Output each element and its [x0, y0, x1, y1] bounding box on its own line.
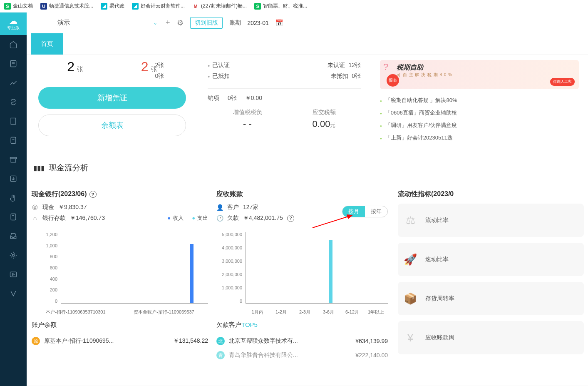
svg-point-14 [12, 254, 15, 257]
bookmark-icon: ◢ [101, 3, 107, 10]
cash-chart: 1,2001,0008006004002000 本户-招行-1109069537… [32, 232, 208, 315]
news-list: 「税期自助化答疑 」解决80% 「0606直播」商贸企业辅助核 「调研」用友客户… [380, 94, 579, 144]
receivables-card: 应收账款 👤 客户 127家 🕐 欠款 ￥4,482,001.75 ? 按月 [215, 184, 390, 368]
balance-sheet-button[interactable]: 余额表 [38, 115, 186, 136]
nav-video[interactable] [0, 265, 27, 284]
svg-rect-12 [11, 214, 16, 220]
help-icon[interactable]: ? [287, 215, 294, 222]
rocket-icon: 🚀 [403, 252, 418, 267]
old-version-button[interactable]: 切到旧版 [190, 17, 223, 29]
scale-icon: ⚖ [403, 213, 418, 228]
yen-icon: ㊎ [32, 204, 38, 211]
arrow-annotation [310, 213, 356, 230]
promo-badge: 报表 [387, 74, 399, 87]
news-item[interactable]: 「0606直播」商贸企业辅助核 [380, 107, 579, 119]
account-row[interactable]: 原 原基本户-招行-11090695... ￥131,548.22 [32, 334, 208, 348]
svg-rect-6 [11, 137, 16, 144]
calendar-icon[interactable]: 📅 [275, 19, 283, 27]
svg-rect-15 [10, 272, 17, 277]
svg-marker-16 [12, 274, 14, 276]
app-header: 演示 ⌄ + ⚙ 切到旧版 账期 2023-01 📅 [27, 12, 588, 33]
bank-row: ⌂ 银行存款 ￥146,760.73 收入 支出 [32, 214, 208, 222]
svg-line-18 [313, 215, 352, 228]
account-balance-header: 账户余额 [32, 321, 208, 329]
metric-inventory-turnover[interactable]: 📦 存货周转率 [398, 282, 584, 315]
yen-box-icon: ¥ [403, 330, 418, 345]
chevron-down-icon: ⌄ [153, 20, 157, 26]
news-item[interactable]: 「调研」用友客户/伙伴满意度 [380, 119, 579, 132]
tab-home[interactable]: 首页 [31, 33, 63, 55]
rank-badge: 北 [216, 337, 225, 345]
sidebar-nav: ☁ 专业版 [0, 12, 27, 386]
receivables-chart: 5,000,0004,000,0003,000,0002,000,0001,00… [216, 232, 388, 315]
logo-label: 专业版 [7, 25, 20, 31]
period-label: 账期 [229, 19, 241, 27]
nav-voucher[interactable] [0, 54, 27, 73]
help-icon[interactable]: ? [89, 191, 97, 198]
nav-calc[interactable] [0, 131, 27, 150]
nav-settings[interactable] [0, 246, 27, 265]
add-icon[interactable]: + [166, 18, 170, 27]
nav-download[interactable] [0, 169, 27, 188]
metric-current-ratio[interactable]: ⚖ 流动比率 [398, 204, 584, 237]
svg-rect-9 [11, 159, 16, 162]
news-item[interactable]: 「税期自助化答疑 」解决80% [380, 94, 579, 107]
voucher-count-1: 2 张 [67, 59, 83, 75]
nav-v[interactable] [0, 284, 27, 303]
promo-card: ? 税期自助 可 自 主 解 决 税 期 8 0 % 报表 咨询人工客 「税期自… [374, 55, 585, 149]
bookmark-icon: S [254, 3, 261, 10]
bookmark-item[interactable]: M(227封未读邮件)畅... [192, 2, 247, 10]
top5-row[interactable]: 青 青岛华胜普合科技有限公... ¥222,140.00 [216, 348, 388, 362]
bookmark-icon: M [192, 3, 199, 10]
bookmark-item[interactable]: U畅捷通信息技术股... [40, 2, 93, 10]
news-item[interactable]: 「上新」好会计20230511迭 [380, 132, 579, 144]
voucher-card: 2 张 2 张 新增凭证 余额表 [30, 55, 194, 149]
company-selector[interactable]: 演示 ⌄ [56, 16, 159, 29]
toggle-year[interactable]: 按年 [365, 206, 387, 217]
liquidity-title: 流动性指标(2023/0 [398, 190, 584, 199]
nav-building[interactable] [0, 112, 27, 131]
bar-income [190, 244, 194, 303]
liquidity-card: 流动性指标(2023/0 ⚖ 流动比率 🚀 速动比率 📦 存货周转率 ¥ [394, 184, 585, 368]
bookmark-icon: S [4, 3, 11, 10]
gear-icon[interactable]: ⚙ [177, 18, 184, 27]
add-voucher-button[interactable]: 新增凭证 [38, 87, 186, 109]
bookmark-item[interactable]: ◢易代账 [101, 2, 124, 10]
bookmark-item[interactable]: ◢好会计云财务软件... [132, 2, 185, 10]
cash-row: ㊎ 现金 ￥9,830.37 [32, 204, 208, 211]
metric-receivables-turnover[interactable]: ¥ 应收账款周 [398, 321, 584, 354]
clock-icon: 🕐 [216, 215, 223, 222]
promo-cta-button[interactable]: 咨询人工客 [550, 78, 575, 86]
bar-chart-icon: ▮▮▮ [33, 164, 45, 172]
bookmark-item[interactable]: S智能票、财、税推... [254, 2, 307, 10]
nav-report[interactable] [0, 73, 27, 92]
bookmark-icon: ◢ [132, 3, 139, 10]
cash-bank-card: 现金银行(2023/06) ? ㊎ 现金 ￥9,830.37 ⌂ 银行存款 ￥1… [30, 184, 210, 368]
bank-icon: ⌂ [32, 215, 38, 222]
nav-inbox[interactable] [0, 227, 27, 246]
cash-title: 现金银行(2023/06) ? [32, 190, 208, 199]
nav-home[interactable] [0, 35, 27, 54]
period-value[interactable]: 2023-01 [248, 20, 269, 26]
nav-hand[interactable] [0, 188, 27, 207]
tax-card: 已认证2张未认证12张 已抵扣0张未抵扣0张 销项 0张 ￥0.00 增值税税负… [199, 55, 369, 149]
section-cashflow-header: ▮▮▮ 现金流分析 [30, 154, 585, 179]
metric-quick-ratio[interactable]: 🚀 速动比率 [398, 243, 584, 276]
receivables-title: 应收账款 [216, 190, 388, 199]
top5-row[interactable]: 北 北京互帮联众数字技术有... ¥634,139.99 [216, 334, 388, 348]
promo-banner[interactable]: ? 税期自助 可 自 主 解 决 税 期 8 0 % 报表 咨询人工客 [380, 60, 579, 89]
person-icon: 👤 [216, 204, 223, 211]
company-name: 演示 [57, 19, 70, 27]
nav-receipt[interactable] [0, 207, 27, 227]
bookmark-icon: U [40, 3, 47, 10]
tax-sales-row: 销项 0张 ￥0.00 [208, 95, 361, 102]
nav-archive[interactable] [0, 150, 27, 169]
app-logo[interactable]: ☁ 专业版 [0, 12, 27, 35]
svg-rect-3 [11, 118, 16, 125]
box-icon: 📦 [403, 291, 418, 306]
nav-money[interactable] [0, 92, 27, 112]
top5-header: 欠款客户TOP5 [216, 321, 388, 329]
cloud-icon: ☁ [9, 17, 17, 25]
bookmark-item[interactable]: S金山文档 [4, 2, 33, 10]
tax-payable: 应交税额 0.00元 [313, 109, 336, 129]
